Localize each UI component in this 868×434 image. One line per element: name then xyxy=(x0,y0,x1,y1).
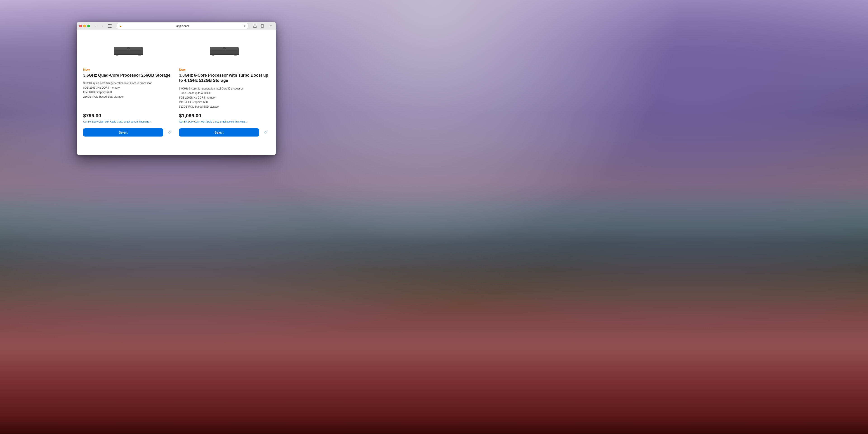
select-button-1[interactable]: Select xyxy=(83,128,163,136)
product-card-2: New 3.0GHz 6-Core Processor with Turbo B… xyxy=(179,35,270,140)
card-actions-2: Select ♡ xyxy=(179,128,270,136)
minimize-window-button[interactable] xyxy=(83,25,86,27)
browser-content: New 3.6GHz Quad-Core Processor 256GB Sto… xyxy=(77,30,276,155)
product-grid: New 3.6GHz Quad-Core Processor 256GB Sto… xyxy=(83,35,270,140)
reload-button[interactable]: ↻ xyxy=(243,24,246,28)
nav-buttons: ‹ › xyxy=(93,23,105,29)
specs-list-1: 3.6GHz quad-core 8th-generation Intel Co… xyxy=(83,81,174,109)
product-image-2 xyxy=(179,35,270,64)
financing-link-1[interactable]: Get 3% Daily Cash with Apple Card, or ge… xyxy=(83,120,174,123)
spec-item: 3.0GHz 6-core 8th-generation Intel Core … xyxy=(179,87,270,91)
tabs-icon xyxy=(260,24,264,28)
svg-point-18 xyxy=(223,48,225,49)
traffic-lights xyxy=(79,25,90,27)
spec-item: 8GB 2666MHz DDR4 memory xyxy=(179,96,270,100)
new-tab-button[interactable]: + xyxy=(268,23,274,29)
product-title-2: 3.0GHz 6-Core Processor with Turbo Boost… xyxy=(179,73,270,84)
spec-item: 512GB PCIe-based SSD storage¹ xyxy=(179,105,270,109)
forward-button[interactable]: › xyxy=(99,23,105,29)
specs-list-2: 3.0GHz 6-core 8th-generation Intel Core … xyxy=(179,87,270,109)
browser-toolbar: ‹ › 🔒 apple.com ↻ xyxy=(77,22,276,30)
spec-item: Turbo Boost up to 4.1GHz xyxy=(179,91,270,95)
wishlist-button-2[interactable]: ♡ xyxy=(261,128,270,136)
svg-rect-13 xyxy=(114,54,143,55)
browser-window: ‹ › 🔒 apple.com ↻ xyxy=(77,22,276,155)
spec-item: 8GB 2666MHz DDR4 memory xyxy=(83,86,174,90)
close-window-button[interactable] xyxy=(79,25,82,27)
spec-item: 256GB PCIe-based SSD storage¹ xyxy=(83,95,174,99)
lock-icon: 🔒 xyxy=(119,25,122,27)
product-title-1: 3.6GHz Quad-Core Processor 256GB Storage xyxy=(83,73,174,78)
product-card-1: New 3.6GHz Quad-Core Processor 256GB Sto… xyxy=(83,35,174,140)
spec-item: Intel UHD Graphics 630 xyxy=(179,100,270,104)
product-price-1: $799.00 xyxy=(83,113,174,119)
url-text: apple.com xyxy=(123,24,242,28)
svg-rect-22 xyxy=(210,54,239,55)
mac-mini-image-2 xyxy=(206,40,242,59)
card-actions-1: Select ♡ xyxy=(83,128,174,136)
heart-icon-1: ♡ xyxy=(168,130,171,135)
svg-rect-0 xyxy=(108,24,112,25)
toolbar-actions xyxy=(252,23,266,29)
new-badge-2: New xyxy=(179,68,270,71)
sidebar-toggle-button[interactable] xyxy=(107,23,113,29)
svg-rect-4 xyxy=(261,25,264,27)
spec-item: 3.6GHz quad-core 8th-generation Intel Co… xyxy=(83,81,174,85)
address-bar[interactable]: 🔒 apple.com ↻ xyxy=(117,23,248,29)
svg-rect-2 xyxy=(108,27,112,28)
heart-icon-2: ♡ xyxy=(264,130,267,135)
product-image-1 xyxy=(83,35,174,64)
maximize-window-button[interactable] xyxy=(87,25,90,27)
product-price-2: $1,099.00 xyxy=(179,113,270,119)
select-button-2[interactable]: Select xyxy=(179,128,259,136)
spec-item: Intel UHD Graphics 630 xyxy=(83,90,174,94)
financing-link-2[interactable]: Get 3% Daily Cash with Apple Card, or ge… xyxy=(179,120,270,123)
wishlist-button-1[interactable]: ♡ xyxy=(165,128,174,136)
share-button[interactable] xyxy=(252,23,258,29)
svg-rect-1 xyxy=(108,26,112,26)
tabs-overview-button[interactable] xyxy=(259,23,266,29)
mac-mini-image-1 xyxy=(110,40,147,59)
share-icon xyxy=(253,24,256,28)
sidebar-icon xyxy=(108,24,112,28)
back-button[interactable]: ‹ xyxy=(93,23,98,29)
svg-point-9 xyxy=(127,48,129,49)
new-badge-1: New xyxy=(83,68,174,71)
